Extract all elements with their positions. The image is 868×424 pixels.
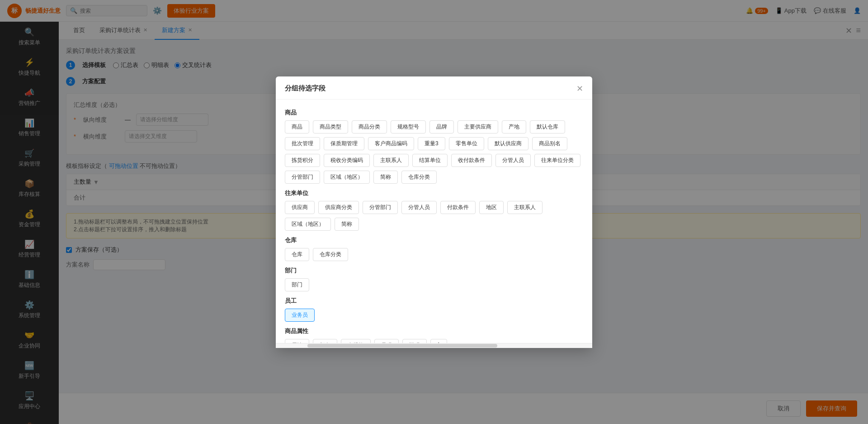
field-tag[interactable]: 税收分类编码 xyxy=(324,154,370,167)
field-tag[interactable]: 主联系人 xyxy=(507,201,542,214)
field-tag[interactable]: 往来单位分类 xyxy=(534,154,580,167)
field-tag[interactable]: 区域（地区） xyxy=(285,218,331,231)
field-tag[interactable]: 简称 xyxy=(335,218,359,231)
field-tag[interactable]: 商品 xyxy=(285,120,309,133)
field-tag[interactable]: 区域（地区） xyxy=(324,171,370,184)
field-tag[interactable]: 仓库分类 xyxy=(313,248,348,261)
modal-body[interactable]: 商品 商品 商品类型 商品分类 规格型号 品牌 主要供应商 产地 默认仓库 批次… xyxy=(276,100,592,305)
field-tag[interactable]: 品牌 xyxy=(429,120,454,133)
modal-close-button[interactable]: ✕ xyxy=(576,84,583,94)
field-tag[interactable]: 仓库分类 xyxy=(401,171,437,184)
field-tag[interactable]: 地区 xyxy=(479,201,504,214)
field-tag[interactable]: 分管人员 xyxy=(495,154,531,167)
field-tag[interactable]: 仓库 xyxy=(285,248,309,261)
field-tag[interactable]: 批次管理 xyxy=(285,137,320,150)
field-tag[interactable]: 商品类型 xyxy=(313,120,348,133)
field-tag[interactable]: 客户商品编码 xyxy=(368,137,414,150)
field-tag[interactable]: 收付款条件 xyxy=(451,154,492,167)
field-tag[interactable]: 供应商分类 xyxy=(318,201,359,214)
modal-header: 分组待选字段 ✕ xyxy=(276,76,592,100)
field-tag[interactable]: 商品分类 xyxy=(352,120,387,133)
group-goods-tags: 商品 商品类型 商品分类 规格型号 品牌 主要供应商 产地 默认仓库 批次管理 … xyxy=(285,120,583,184)
field-tag[interactable]: 分管人员 xyxy=(401,201,437,214)
field-tag[interactable]: 分管部门 xyxy=(363,201,398,214)
field-tag[interactable]: 主联系人 xyxy=(373,154,409,167)
field-tag[interactable]: 供应商 xyxy=(285,201,315,214)
field-select-modal: 分组待选字段 ✕ 商品 商品 商品类型 商品分类 规格型号 品牌 主要供应商 产… xyxy=(276,76,592,305)
field-tag[interactable]: 规格型号 xyxy=(391,120,426,133)
field-tag[interactable]: 主要供应商 xyxy=(458,120,498,133)
group-title-goods: 商品 xyxy=(285,109,583,117)
group-warehouse-tags: 仓库 仓库分类 xyxy=(285,248,583,261)
group-department-tags: 部门 xyxy=(285,278,583,291)
field-tag[interactable]: 重量3 xyxy=(418,137,445,150)
group-title-department: 部门 xyxy=(285,267,583,275)
field-tag[interactable]: 结算单位 xyxy=(412,154,448,167)
field-tag[interactable]: 付款条件 xyxy=(440,201,476,214)
group-title-staff: 员工 xyxy=(285,297,583,305)
field-tag[interactable]: 商品别名 xyxy=(532,137,567,150)
field-tag[interactable]: 保质期管理 xyxy=(324,137,364,150)
group-counterpart-tags: 供应商 供应商分类 分管部门 分管人员 付款条件 地区 主联系人 区域（地区） … xyxy=(285,201,583,231)
field-tag[interactable]: 零售单位 xyxy=(449,137,484,150)
field-tag[interactable]: 默认供应商 xyxy=(488,137,528,150)
group-title-counterpart: 往来单位 xyxy=(285,189,583,197)
field-tag[interactable]: 产地 xyxy=(502,120,526,133)
field-tag[interactable]: 简称 xyxy=(373,171,398,184)
modal-backdrop: 分组待选字段 ✕ 商品 商品 商品类型 商品分类 规格型号 品牌 主要供应商 产… xyxy=(0,0,868,305)
group-title-warehouse: 仓库 xyxy=(285,236,583,244)
field-tag[interactable]: 拣货积分 xyxy=(285,154,320,167)
modal-title: 分组待选字段 xyxy=(285,84,326,93)
field-tag[interactable]: 默认仓库 xyxy=(530,120,565,133)
field-tag[interactable]: 分管部门 xyxy=(285,171,320,184)
field-tag[interactable]: 部门 xyxy=(285,278,309,291)
